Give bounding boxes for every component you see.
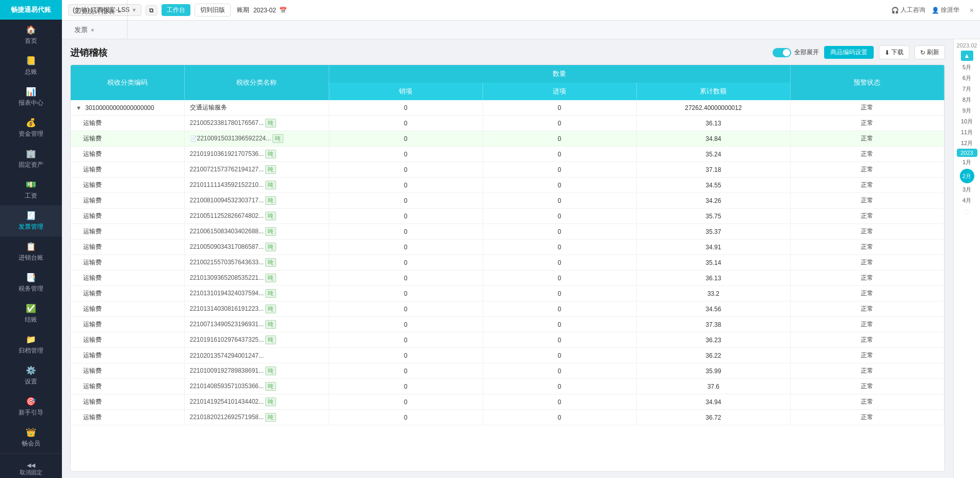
topbar-right: 🎧 人工咨询 👤 徐涯华 ×	[891, 6, 974, 14]
close-button[interactable]: ×	[970, 6, 974, 14]
sales-check-table: 税收分类编码 税收分类名称 数量 预警状态 销项 进项 累计数额 ▼	[71, 65, 944, 425]
status-cell: 正常	[790, 317, 944, 332]
table-row: 运输费 22101309365208535221... 吨 0 0 36.13 …	[71, 270, 944, 286]
sidebar-item-sales-ledger[interactable]: 📋进销台账	[0, 236, 62, 267]
toggle-all-switch[interactable]	[773, 48, 791, 57]
calendar-icon[interactable]: 📅	[279, 7, 287, 14]
purchase-cell: 0	[483, 379, 636, 394]
col-header-qty: 数量	[329, 65, 790, 83]
purchase-cell: 0	[483, 317, 636, 332]
taxcode-cell: 运输费	[71, 270, 184, 286]
cumulative-cell: 36.13	[636, 116, 790, 131]
sidebar-item-archive[interactable]: 📁归档管理	[0, 329, 62, 360]
month-item[interactable]: 6月	[957, 73, 977, 84]
month-item[interactable]: 3月	[957, 184, 977, 195]
copy-button[interactable]: ⧉	[146, 5, 157, 15]
refresh-icon: ↻	[920, 49, 925, 56]
sidebar-item-reports[interactable]: 📊报表中心	[0, 82, 62, 113]
month-item[interactable]: 2月	[960, 169, 974, 183]
status-cell: 正常	[790, 100, 944, 116]
right-timeline-panel: 2023.02 ▲ 5月6月7月8月9月10月11月12月 2023 1月2月3…	[953, 39, 980, 478]
sidebar-label-invoice-mgmt: 发票管理	[19, 222, 43, 231]
col-header-cumulative: 累计数额	[636, 83, 790, 100]
sidebar-item-guide[interactable]: 🎯新手引导	[0, 391, 62, 422]
month-item[interactable]: 1月	[957, 157, 977, 168]
table-row: 运输费 22100523381780176567... 吨 0 0 36.13 …	[71, 116, 944, 131]
tab-invoice[interactable]: 发票×	[68, 21, 127, 39]
download-button[interactable]: ⬇ 下载	[879, 45, 909, 59]
month-item[interactable]: 10月	[957, 116, 977, 127]
sales-cell: 0	[329, 410, 483, 425]
taxcode-cell: 运输费	[71, 301, 184, 317]
current-year-label: 2023	[957, 149, 977, 157]
taxcode-cell: 运输费	[71, 147, 184, 162]
month-item[interactable]: 5月	[957, 62, 977, 73]
sidebar-item-ledger[interactable]: 📒总账	[0, 51, 62, 82]
cumulative-cell: 36.72	[636, 410, 790, 425]
tab-label-invoice: 发票	[74, 25, 88, 35]
collapse-icon[interactable]: ▼	[76, 105, 82, 111]
wu-tag: 吨	[265, 382, 276, 391]
invoice-no-cell: 22100721573762194127... 吨	[184, 162, 329, 178]
invoice-no-cell: 22101111143592152210... 吨	[184, 178, 329, 193]
sidebar-item-settings[interactable]: ⚙️设置	[0, 360, 62, 391]
sidebar-item-member[interactable]: 👑畅会员	[0, 422, 62, 453]
workbench-button[interactable]: 工作台	[162, 4, 190, 16]
taxcode-cell: ▼ 30100000000000000000	[71, 100, 184, 116]
sidebar-label-settings: 设置	[25, 377, 37, 386]
goods-setting-button[interactable]: 商品编码设置	[824, 46, 874, 59]
sidebar-item-invoice-mgmt[interactable]: 🧾发票管理	[0, 205, 62, 236]
heart-icon: ♡	[963, 208, 970, 216]
month-item[interactable]: 9月	[957, 105, 977, 116]
taxcode-cell: 运输费	[71, 131, 184, 147]
sidebar-item-salary[interactable]: 💵工资	[0, 174, 62, 205]
purchase-cell: 0	[483, 301, 636, 317]
cumulative-cell: 37.38	[636, 317, 790, 332]
status-cell: 正常	[790, 131, 944, 147]
unfix-button[interactable]: ◀◀ 取消固定	[0, 458, 62, 478]
wu-tag: 吨	[272, 134, 283, 143]
sidebar-item-funds[interactable]: 💰资金管理	[0, 113, 62, 144]
table-row: 运输费 22100511252826674802... 吨 0 0 35.75 …	[71, 209, 944, 224]
switch-version-button[interactable]: 切到旧版	[195, 4, 231, 17]
status-cell: 正常	[790, 332, 944, 348]
cumulative-cell: 34.84	[636, 131, 790, 147]
taxcode-cell: 运输费	[71, 332, 184, 348]
purchase-cell: 0	[483, 100, 636, 116]
cumulative-cell: 33.2	[636, 286, 790, 301]
taxname-cell: 交通运输服务	[184, 100, 329, 116]
sidebar-item-settlement[interactable]: ✅结账	[0, 298, 62, 329]
sidebar-bottom: ◀◀ 取消固定	[0, 453, 62, 478]
sidebar-item-home[interactable]: 🏠首页	[0, 20, 62, 51]
tab-payroll-stats[interactable]: 工资统计报表×	[68, 2, 127, 21]
sales-cell: 0	[329, 332, 483, 348]
status-cell: 正常	[790, 348, 944, 363]
user-profile-button[interactable]: 👤 徐涯华	[931, 6, 959, 14]
status-cell: 正常	[790, 116, 944, 131]
sidebar: 畅捷通易代账 🏠首页📒总账📊报表中心💰资金管理🏢固定资产💵工资🧾发票管理📋进销台…	[0, 0, 62, 478]
wu-tag: 吨	[265, 165, 276, 174]
tab-close-payroll-stats[interactable]: ×	[118, 8, 121, 14]
sales-cell: 0	[329, 286, 483, 301]
sidebar-item-assets[interactable]: 🏢固定资产	[0, 144, 62, 174]
status-cell: 正常	[790, 209, 944, 224]
month-item[interactable]: 7月	[957, 84, 977, 94]
invoice-no-cell: 22100810094532303717... 吨	[184, 193, 329, 209]
wu-tag: 吨	[265, 320, 276, 329]
month-item[interactable]: 12月	[957, 138, 977, 149]
cumulative-cell: 36.13	[636, 270, 790, 286]
sidebar-item-tax-mgmt[interactable]: 📑税务管理	[0, 267, 62, 298]
dropdown-arrow-icon: ▼	[132, 7, 137, 13]
month-item[interactable]: 4月	[957, 195, 977, 206]
download-icon: ⬇	[885, 49, 890, 56]
guide-icon: 🎯	[26, 396, 36, 406]
cumulative-cell: 35.99	[636, 363, 790, 379]
sales-cell: 0	[329, 348, 483, 363]
scroll-up-button[interactable]: ▲	[961, 51, 973, 61]
month-item[interactable]: 11月	[957, 127, 977, 138]
tab-close-invoice[interactable]: ×	[91, 27, 94, 33]
sidebar-label-home: 首页	[25, 37, 37, 45]
month-item[interactable]: 8月	[957, 94, 977, 105]
customer-service-button[interactable]: 🎧 人工咨询	[891, 6, 925, 14]
refresh-button[interactable]: ↻ 刷新	[914, 45, 945, 59]
